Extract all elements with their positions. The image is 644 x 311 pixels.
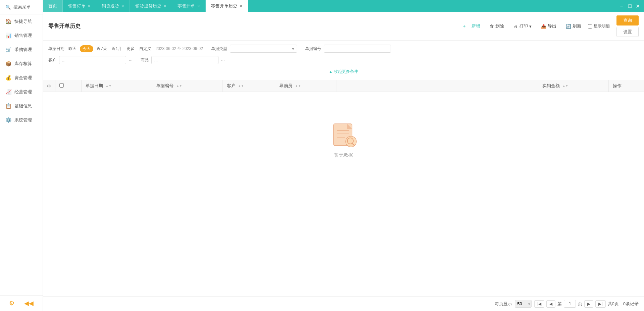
total-info: 共0页，0条记录: [608, 301, 639, 307]
sidebar-item-label: 快捷导航: [14, 18, 32, 24]
sidebar-item-system[interactable]: ⚙️ 系统管理: [0, 113, 43, 127]
goods-filter-input[interactable]: [151, 56, 218, 64]
tab-sales-return-history[interactable]: 销货退货历史 ✕: [130, 0, 172, 12]
query-button[interactable]: 查询: [616, 15, 639, 25]
collapse-button[interactable]: ▲ 收起更多条件: [48, 67, 639, 76]
customer-dots[interactable]: ···: [129, 58, 133, 63]
sort-icon-number: ▲▼: [176, 85, 182, 88]
table-col-guide-label: 导购员: [279, 83, 292, 88]
sidebar-item-basic-info[interactable]: 📋 基础信息: [0, 99, 43, 113]
tab-retail-open-history-close[interactable]: ✕: [239, 4, 242, 8]
sidebar: 🔍 搜索采单 🏠 快捷导航 📊 销售管理 🛒 采购管理 📦 库存核算 💰 资金管…: [0, 0, 43, 311]
table-col-amount[interactable]: 实销金额 ▲▼: [538, 80, 609, 92]
number-filter-label: 单据编号: [305, 46, 321, 52]
table-col-customer[interactable]: 客户 ▲▼: [222, 80, 275, 92]
settings-bottom-icon[interactable]: ⚙: [9, 300, 14, 307]
search-icon: 🔍: [5, 5, 11, 10]
empty-illustration: [327, 119, 360, 152]
next-page-button[interactable]: ▶: [584, 300, 593, 308]
tab-right-icons: － □ ✕: [619, 3, 644, 10]
date-opt-today[interactable]: 今天: [80, 45, 93, 52]
page-title: 零售开单历史: [48, 23, 81, 30]
date-range-display: 2023-06-02 至 2023-06-02: [155, 46, 203, 52]
sort-icon-customer: ▲▼: [238, 85, 244, 88]
type-select[interactable]: [230, 45, 297, 53]
page-input[interactable]: [564, 300, 576, 308]
collapse-sidebar-icon[interactable]: ◀◀: [24, 300, 34, 307]
sidebar-item-operations[interactable]: 📈 经营管理: [0, 85, 43, 99]
tab-window-close[interactable]: ✕: [636, 3, 640, 9]
sidebar-item-purchase-mgmt[interactable]: 🛒 采购管理: [0, 43, 43, 57]
delete-button[interactable]: 🗑 删除: [487, 22, 507, 31]
sidebar-search[interactable]: 🔍 搜索采单: [0, 0, 43, 14]
table-col-extra: [337, 80, 538, 92]
table-settings-col[interactable]: ⚙: [43, 80, 55, 92]
tab-sales-return[interactable]: 销货退货 ✕: [96, 0, 130, 12]
setting-button[interactable]: 设置: [616, 27, 639, 37]
ops-icon: 📈: [5, 89, 12, 95]
per-page-label: 每页显示: [495, 301, 512, 307]
date-filter-group: 单据日期 昨天 今天 近7天 近1月 更多 自定义 2023-06-02 至 2…: [48, 45, 203, 52]
table-checkbox-col[interactable]: [55, 80, 82, 92]
table-col-amount-label: 实销金额: [542, 83, 560, 88]
sidebar-item-label: 系统管理: [14, 117, 32, 123]
content-area: 零售开单历史 ＋ + 新增 🗑 删除 🖨 打印 ▾ 📤 导出: [43, 12, 644, 311]
table-col-number[interactable]: 单据编号 ▲▼: [152, 80, 222, 92]
date-opt-more[interactable]: 更多: [125, 45, 136, 52]
page-size-select[interactable]: 50 100 200: [515, 300, 532, 308]
tab-retail-open[interactable]: 零售开单 ✕: [172, 0, 206, 12]
filter-row-2: 客户 ··· 商品 ···: [48, 56, 639, 64]
data-table: ⚙ 单据日期 ▲▼ 单据编号 ▲▼ 客户: [43, 80, 644, 92]
date-options: 昨天 今天 近7天 近1月 更多 自定义: [67, 45, 153, 52]
tab-sales-return-label: 销货退货: [102, 3, 119, 9]
add-button[interactable]: ＋ + 新增: [459, 22, 483, 31]
tab-sales-return-close[interactable]: ✕: [121, 4, 124, 8]
page-nav: |◀ ◀ 第 页 ▶ ▶| 共0页，0条记录: [534, 300, 639, 308]
last-page-button[interactable]: ▶|: [595, 300, 605, 308]
export-button[interactable]: 📤 导出: [538, 22, 559, 31]
tab-sales-order-close[interactable]: ✕: [88, 4, 91, 8]
delete-icon: 🗑: [490, 24, 494, 29]
type-filter-group: 单据类型: [211, 45, 297, 53]
date-opt-7days[interactable]: 近7天: [95, 45, 108, 52]
date-opt-1month[interactable]: 近1月: [110, 45, 123, 52]
page-size-wrapper: 50 100 200: [515, 300, 532, 308]
show-detail-checkbox[interactable]: 显示明细: [588, 23, 610, 29]
sidebar-item-finance[interactable]: 💰 资金管理: [0, 71, 43, 85]
main-area: 首页 销售订单 ✕ 销货退货 ✕ 销货退货历史 ✕ 零售开单 ✕ 零售开单历史 …: [43, 0, 644, 311]
print-button[interactable]: 🖨 打印 ▾: [511, 22, 534, 31]
refresh-button[interactable]: 🔄 刷新: [563, 22, 584, 31]
export-icon: 📤: [541, 24, 546, 29]
collapse-label: 收起更多条件: [334, 69, 358, 74]
date-opt-yesterday[interactable]: 昨天: [67, 45, 78, 52]
tab-home[interactable]: 首页: [43, 0, 63, 12]
first-page-button[interactable]: |◀: [534, 300, 544, 308]
show-detail-input[interactable]: [588, 24, 592, 29]
sidebar-item-label: 库存核算: [14, 61, 32, 67]
tab-retail-open-close[interactable]: ✕: [197, 4, 200, 8]
sidebar-item-quick-nav[interactable]: 🏠 快捷导航: [0, 14, 43, 29]
table-col-operation: 操作: [609, 80, 644, 92]
type-select-wrapper: [230, 45, 297, 53]
date-opt-custom[interactable]: 自定义: [138, 45, 153, 52]
show-detail-label: 显示明细: [594, 23, 610, 29]
tab-bar: 首页 销售订单 ✕ 销货退货 ✕ 销货退货历史 ✕ 零售开单 ✕ 零售开单历史 …: [43, 0, 644, 12]
tab-window-minimize[interactable]: －: [619, 3, 624, 10]
customer-filter-input[interactable]: [59, 56, 126, 64]
number-filter-input[interactable]: [324, 45, 391, 53]
sidebar-item-label: 基础信息: [14, 103, 32, 109]
tab-retail-open-history[interactable]: 零售开单历史 ✕: [206, 0, 248, 12]
tab-sales-return-history-close[interactable]: ✕: [163, 4, 166, 8]
tab-window-maximize[interactable]: □: [628, 3, 632, 9]
sort-icon-date: ▲▼: [106, 85, 112, 88]
table-col-guide[interactable]: 导购员 ▲▼: [275, 80, 337, 92]
table-col-date[interactable]: 单据日期 ▲▼: [81, 80, 152, 92]
prev-page-button[interactable]: ◀: [546, 300, 555, 308]
sidebar-item-sales-mgmt[interactable]: 📊 销售管理: [0, 29, 43, 43]
delete-label: 删除: [495, 23, 504, 29]
tab-sales-order[interactable]: 销售订单 ✕: [63, 0, 96, 12]
sidebar-item-inventory[interactable]: 📦 库存核算: [0, 57, 43, 71]
page-suffix: 页: [578, 301, 582, 307]
goods-dots[interactable]: ···: [221, 58, 225, 63]
table-select-all[interactable]: [59, 83, 64, 88]
